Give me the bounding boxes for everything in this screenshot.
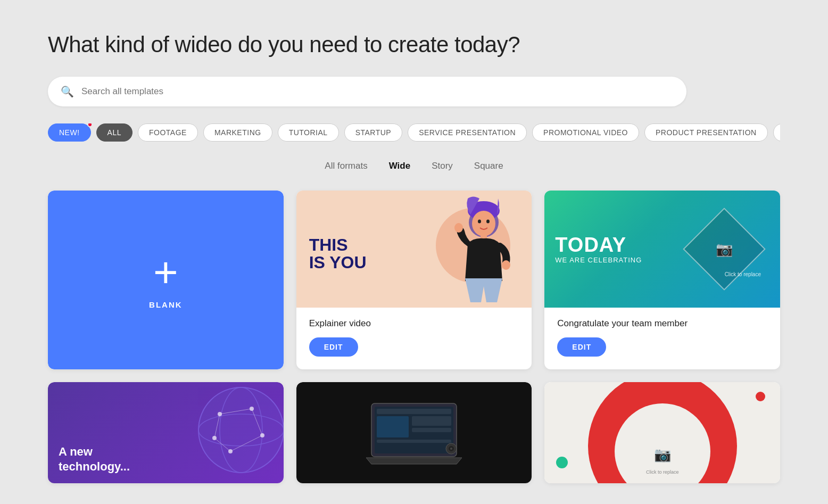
blank-label: BLANK: [149, 300, 183, 309]
svg-point-31: [450, 448, 452, 450]
svg-rect-26: [412, 416, 451, 426]
filter-footage-label: FOOTAGE: [149, 128, 187, 137]
filter-marketing[interactable]: MARKETING: [203, 123, 272, 142]
explainer-thumb: THIS IS YOU: [296, 191, 532, 308]
arch-teal-dot: [556, 457, 568, 468]
filter-new-label: NEW!: [59, 128, 80, 137]
svg-point-11: [198, 387, 284, 473]
page-title: What kind of wideo do you need to create…: [48, 32, 780, 57]
filter-all-label: ALL: [107, 128, 121, 137]
filter-tutorial[interactable]: TUTORIAL: [278, 123, 339, 142]
search-input[interactable]: [81, 86, 674, 97]
tab-wide[interactable]: Wide: [389, 161, 410, 173]
arch-logo-thumb: 📷 Click to replace: [544, 382, 780, 483]
new-badge-dot: [87, 123, 93, 127]
cards-grid: + BLANK THIS IS YOU: [48, 191, 780, 369]
plus-icon: +: [153, 251, 178, 294]
explainer-card-title: Explainer video: [309, 318, 519, 329]
svg-point-6: [454, 223, 463, 233]
arch-red-dot: [756, 392, 765, 401]
filter-product-presentation[interactable]: PRODUCT PRESENTATION: [644, 123, 768, 142]
bottom-cards-grid: A newtechnology...: [48, 382, 780, 483]
filter-promotional-video-label: PROMOTIONAL VIDEO: [543, 128, 628, 137]
congrat-text-block: TODAY WE ARE CELEBRATING: [555, 235, 642, 264]
filter-explainer[interactable]: EXPLAINER: [773, 123, 780, 142]
page-container: What kind of wideo do you need to create…: [0, 0, 828, 504]
arch-camera-icon: 📷: [654, 447, 671, 463]
technology-thumb: A newtechnology...: [48, 382, 284, 483]
screen-demo-card[interactable]: [296, 382, 532, 483]
arch-click-replace: Click to replace: [646, 469, 679, 475]
filter-footage[interactable]: FOOTAGE: [138, 123, 198, 142]
svg-rect-27: [412, 428, 451, 432]
filter-promotional-video[interactable]: PROMOTIONAL VIDEO: [532, 123, 639, 142]
click-to-replace-text: Click to replace: [725, 271, 761, 277]
congratulate-card: TODAY WE ARE CELEBRATING 📷 Click to repl…: [544, 191, 780, 369]
svg-point-4: [486, 220, 490, 224]
format-tabs: All formats Wide Story Square: [48, 161, 780, 173]
explainer-video-card: THIS IS YOU: [296, 191, 532, 369]
explainer-this-text: THIS: [309, 236, 367, 253]
tab-square[interactable]: Square: [474, 161, 503, 173]
congratulate-card-title: Congratulate your team member: [557, 318, 767, 329]
technology-card[interactable]: A newtechnology...: [48, 382, 284, 483]
tab-story[interactable]: Story: [432, 161, 453, 173]
explainer-card-body: Explainer video EDIT: [296, 308, 532, 369]
search-bar: 🔍: [48, 77, 686, 106]
arch-logo-card[interactable]: 📷 Click to replace: [544, 382, 780, 483]
svg-rect-24: [377, 409, 451, 414]
congrat-celebrating-text: WE ARE CELEBRATING: [555, 256, 642, 264]
filter-product-presentation-label: PRODUCT PRESENTATION: [656, 128, 757, 137]
congrat-diamond: 📷: [683, 208, 766, 291]
explainer-is-you-text: IS YOU: [309, 253, 367, 272]
svg-rect-28: [377, 440, 451, 443]
filter-startup[interactable]: STARTUP: [344, 123, 403, 142]
explainer-figure: [441, 191, 526, 308]
congrat-today-text: TODAY: [555, 235, 642, 255]
filter-all[interactable]: ALL: [96, 123, 133, 142]
tab-all-formats[interactable]: All formats: [325, 161, 367, 173]
congratulate-edit-button[interactable]: EDIT: [557, 337, 606, 357]
filter-tutorial-label: TUTORIAL: [289, 128, 328, 137]
congratulate-thumb: TODAY WE ARE CELEBRATING 📷 Click to repl…: [544, 191, 780, 308]
explainer-text-block: THIS IS YOU: [309, 236, 367, 272]
laptop-icon: [361, 393, 467, 473]
svg-point-7: [502, 260, 510, 270]
svg-point-3: [478, 220, 481, 224]
filter-marketing-label: MARKETING: [214, 128, 261, 137]
screen-demo-thumb: [296, 382, 532, 483]
search-icon: 🔍: [61, 85, 74, 98]
svg-rect-25: [377, 416, 409, 437]
camera-icon: 📷: [716, 241, 733, 258]
filter-startup-label: STARTUP: [355, 128, 392, 137]
blank-card-inner[interactable]: + BLANK: [48, 191, 284, 369]
technology-text: A newtechnology...: [59, 444, 130, 475]
filter-new[interactable]: NEW!: [48, 123, 91, 142]
filter-row: NEW! ALL FOOTAGE MARKETING TUTORIAL STAR…: [48, 123, 780, 142]
congratulate-card-body: Congratulate your team member EDIT: [544, 308, 780, 369]
globe-icon: [172, 382, 284, 483]
explainer-edit-button[interactable]: EDIT: [309, 337, 358, 357]
filter-service-presentation-label: SERVICE PRESENTATION: [419, 128, 516, 137]
svg-point-2: [472, 211, 495, 236]
filter-service-presentation[interactable]: SERVICE PRESENTATION: [408, 123, 527, 142]
blank-card[interactable]: + BLANK: [48, 191, 284, 369]
